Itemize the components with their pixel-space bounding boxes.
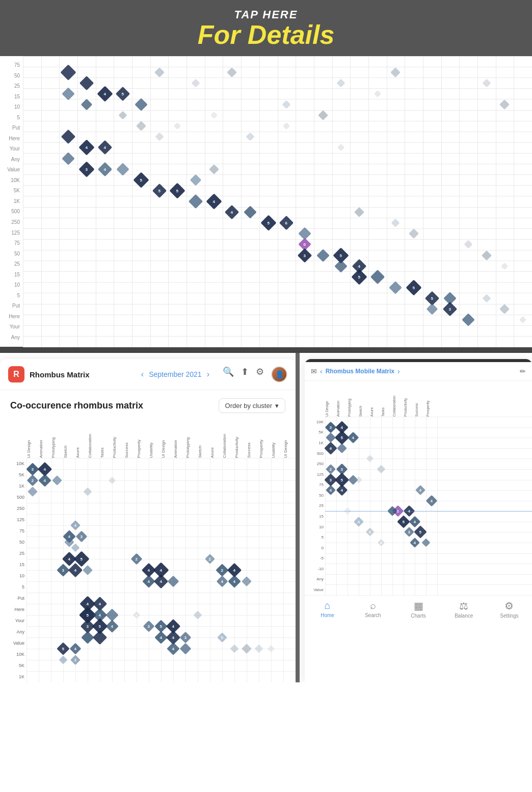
chart-title: Co-occurence rhombus matrix: [10, 400, 143, 411]
y-label: Here: [0, 136, 23, 141]
mobile-row-labels: 10K5K1K500250125755025151050-5-10AnyValu…: [305, 417, 325, 595]
y-label: Any: [0, 157, 23, 162]
y-label: 125: [0, 231, 23, 236]
y-label: 5: [0, 115, 23, 120]
home-label: Home: [321, 612, 334, 618]
y-label: 5K: [0, 188, 23, 193]
y-label: 10K: [0, 178, 23, 183]
banner[interactable]: TAP HERE For Details: [0, 0, 532, 56]
banner-details-text: For Details: [198, 21, 335, 48]
nav-date: September 2021: [149, 370, 202, 378]
mobile-col-headers: UI DesignAnimationPrototypingSketchAxure…: [325, 381, 532, 417]
left-matrix-viz: UI DesignAnimationPrototypingSketchAxure…: [0, 417, 296, 682]
user-avatar: 👤: [271, 366, 287, 382]
dropdown-arrow: ▾: [275, 402, 279, 410]
mobile-nav-home[interactable]: ⌂ Home: [305, 600, 350, 619]
mobile-header: ✉ ‹ Rhombus Mobile Matrix › ✏: [305, 362, 532, 381]
settings-icon[interactable]: ⚙: [256, 366, 264, 382]
y-label: 15: [0, 94, 23, 99]
header-icons: 🔍 ⬆ ⚙ 👤: [223, 366, 287, 382]
y-label: 5: [0, 293, 23, 298]
app-name: Rhombus Matrix: [30, 370, 90, 379]
mobile-next-arrow[interactable]: ›: [397, 367, 400, 375]
y-label: 10: [0, 283, 23, 288]
order-label: Order by cluster: [225, 402, 272, 410]
right-mobile-panel: ✉ ‹ Rhombus Mobile Matrix › ✏ UI DesignA…: [305, 359, 532, 682]
y-label: 25: [0, 262, 23, 267]
y-label: 15: [0, 272, 23, 277]
divider: [0, 347, 532, 353]
nav-arrows: ‹ September 2021 ›: [138, 369, 212, 380]
y-label: Put: [0, 125, 23, 131]
matrix-cells: 3424443453424444224444454354354443435445: [26, 458, 296, 682]
y-label: Value: [0, 167, 23, 172]
y-label: Your: [0, 324, 23, 329]
y-label: 500: [0, 209, 23, 214]
next-arrow[interactable]: ›: [204, 369, 212, 380]
row-labels: 10K5K1K50025012575502515105PutHereYourAn…: [0, 458, 26, 682]
y-label: 1K: [0, 199, 23, 204]
left-app-panel: R Rhombus Matrix ‹ September 2021 › 🔍 ⬆ …: [0, 359, 296, 682]
y-label: 50: [0, 73, 23, 79]
balance-nav-label: Balance: [455, 613, 473, 619]
y-label: Put: [0, 303, 23, 309]
charts-nav-label: Charts: [411, 613, 425, 619]
mobile-prev-arrow[interactable]: ‹: [320, 367, 323, 375]
settings-nav-icon: ⚙: [504, 600, 514, 612]
panels-separator: [296, 353, 300, 682]
mobile-nav-search[interactable]: ⌕ Search: [350, 600, 395, 619]
y-label: 10: [0, 105, 23, 110]
search-nav-icon: ⌕: [370, 600, 376, 611]
y-label: 25: [0, 84, 23, 89]
y-label: 50: [0, 251, 23, 257]
share-icon[interactable]: ⬆: [241, 366, 249, 382]
mobile-nav-balance[interactable]: ⚖ Balance: [441, 600, 487, 619]
top-matrix: 75 50 25 15 10 5 Put Here Your Any Value…: [0, 56, 532, 347]
home-icon: ⌂: [325, 600, 331, 611]
y-label: Your: [0, 146, 23, 151]
app-logo: R: [8, 366, 24, 382]
search-icon[interactable]: 🔍: [223, 366, 234, 382]
y-label: 75: [0, 241, 23, 246]
mobile-nav-settings[interactable]: ⚙ Settings: [487, 600, 532, 619]
mobile-nav-bar: ⌂ Home ⌕ Search ▦ Charts ⚖ Balance ⚙ Set…: [305, 595, 532, 625]
y-axis-labels: 75 50 25 15 10 5 Put Here Your Any Value…: [0, 56, 23, 347]
y-label: 75: [0, 63, 23, 68]
order-select[interactable]: Order by cluster ▾: [219, 398, 285, 413]
bottom-section: R Rhombus Matrix ‹ September 2021 › 🔍 ⬆ …: [0, 353, 532, 682]
charts-nav-icon: ▦: [414, 600, 423, 612]
prev-arrow[interactable]: ‹: [138, 369, 147, 380]
chart-title-bar: Co-occurence rhombus matrix Order by clu…: [0, 390, 296, 417]
settings-nav-label: Settings: [500, 613, 518, 619]
y-label: Here: [0, 314, 23, 319]
mobile-cells: 345442335440454354442444: [325, 417, 532, 595]
col-headers: UI DesignAnimationPrototypingSketchAxure…: [26, 417, 296, 458]
y-label: 250: [0, 220, 23, 225]
balance-nav-icon: ⚖: [459, 600, 468, 612]
app-header: R Rhombus Matrix ‹ September 2021 › 🔍 ⬆ …: [0, 359, 296, 390]
mail-icon: ✉: [311, 367, 317, 375]
search-nav-label: Search: [365, 612, 381, 618]
mobile-edit-icon[interactable]: ✏: [520, 367, 526, 375]
y-label: Any: [0, 335, 23, 340]
mobile-matrix-viz: UI DesignAnimationPrototypingSketchAxure…: [305, 381, 532, 595]
mobile-nav-charts[interactable]: ▦ Charts: [395, 600, 441, 619]
matrix-grid-area: 454434555445603545553: [23, 56, 532, 347]
mobile-title: Rhombus Mobile Matrix: [326, 368, 394, 375]
